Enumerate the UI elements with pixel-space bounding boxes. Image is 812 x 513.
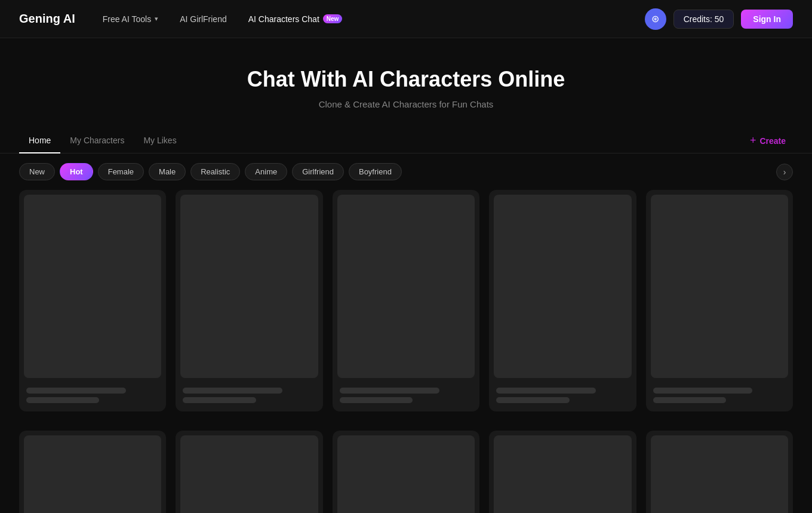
card-info-2 [176, 383, 322, 411]
filter-new[interactable]: New [19, 163, 55, 180]
nav-ai-characters-chat-label: AI Characters Chat [248, 14, 319, 24]
card-image-6 [24, 435, 161, 513]
discord-icon: ⊛ [651, 13, 659, 24]
filter-boyfriend[interactable]: Boyfriend [349, 163, 402, 180]
filter-anime[interactable]: Anime [245, 163, 287, 180]
card-10[interactable] [646, 431, 793, 513]
card-info-1 [19, 383, 166, 411]
nav-links: Free AI Tools ▾ AI GirlFriend AI Charact… [94, 10, 645, 29]
card-image-1 [24, 195, 161, 378]
create-plus-icon: + [750, 134, 756, 147]
card-title-skeleton-1 [26, 388, 126, 394]
filter-realistic[interactable]: Realistic [190, 163, 240, 180]
card-title-skeleton-3 [340, 388, 439, 394]
hero-subtitle: Clone & Create AI Characters for Fun Cha… [19, 99, 793, 109]
filter-hot[interactable]: Hot [60, 163, 93, 180]
card-subtitle-skeleton-1 [26, 397, 99, 403]
cards-grid-row2 [0, 431, 812, 513]
card-title-skeleton-2 [183, 388, 282, 394]
filters-bar: New Hot Female Male Realistic Anime Girl… [0, 153, 812, 190]
card-7[interactable] [176, 431, 322, 513]
create-label: Create [759, 136, 786, 146]
card-info-5 [646, 383, 793, 411]
card-title-skeleton-5 [653, 388, 753, 394]
filter-girlfriend[interactable]: Girlfriend [292, 163, 344, 180]
cards-grid-row1 [0, 190, 812, 431]
header-right: ⊛ Credits: 50 Sign In [645, 8, 793, 30]
create-button[interactable]: + Create [743, 130, 793, 152]
card-subtitle-skeleton-4 [496, 397, 569, 403]
card-2[interactable] [176, 190, 322, 411]
card-info-4 [489, 383, 636, 411]
card-1[interactable] [19, 190, 166, 411]
tab-my-likes[interactable]: My Likes [134, 128, 186, 153]
card-3[interactable] [333, 190, 479, 411]
card-image-3 [337, 195, 475, 378]
hero-title: Chat With AI Characters Online [19, 67, 793, 92]
card-subtitle-skeleton-2 [183, 397, 256, 403]
card-image-8 [337, 435, 475, 513]
tabs-bar: Home My Characters My Likes + Create [0, 128, 812, 153]
nav-ai-girlfriend[interactable]: AI GirlFriend [171, 10, 235, 29]
card-4[interactable] [489, 190, 636, 411]
header: Gening AI Free AI Tools ▾ AI GirlFriend … [0, 0, 812, 38]
card-info-3 [333, 383, 479, 411]
card-title-skeleton-4 [496, 388, 596, 394]
discord-button[interactable]: ⊛ [645, 8, 666, 30]
card-6[interactable] [19, 431, 166, 513]
card-8[interactable] [333, 431, 479, 513]
card-image-4 [494, 195, 631, 378]
credits-button[interactable]: Credits: 50 [673, 10, 734, 29]
card-image-5 [651, 195, 788, 378]
signin-button[interactable]: Sign In [741, 10, 793, 29]
chevron-down-icon: ▾ [155, 15, 158, 23]
logo[interactable]: Gening AI [19, 12, 75, 26]
nav-ai-girlfriend-label: AI GirlFriend [180, 14, 227, 24]
card-subtitle-skeleton-5 [653, 397, 726, 403]
card-subtitle-skeleton-3 [340, 397, 413, 403]
card-image-2 [180, 195, 318, 378]
nav-ai-characters-chat[interactable]: AI Characters Chat New [240, 10, 351, 29]
nav-free-ai-tools-label: Free AI Tools [103, 14, 151, 24]
card-5[interactable] [646, 190, 793, 411]
tab-my-characters[interactable]: My Characters [60, 128, 134, 153]
card-9[interactable] [489, 431, 636, 513]
nav-free-ai-tools[interactable]: Free AI Tools ▾ [94, 10, 167, 29]
card-image-7 [180, 435, 318, 513]
filter-arrow-button[interactable]: › [776, 164, 793, 180]
hero-section: Chat With AI Characters Online Clone & C… [0, 38, 812, 128]
new-badge: New [323, 14, 343, 23]
card-image-10 [651, 435, 788, 513]
filter-female[interactable]: Female [98, 163, 144, 180]
card-image-9 [494, 435, 631, 513]
filter-male[interactable]: Male [149, 163, 186, 180]
chevron-right-icon: › [783, 167, 786, 177]
tab-home[interactable]: Home [19, 128, 60, 153]
